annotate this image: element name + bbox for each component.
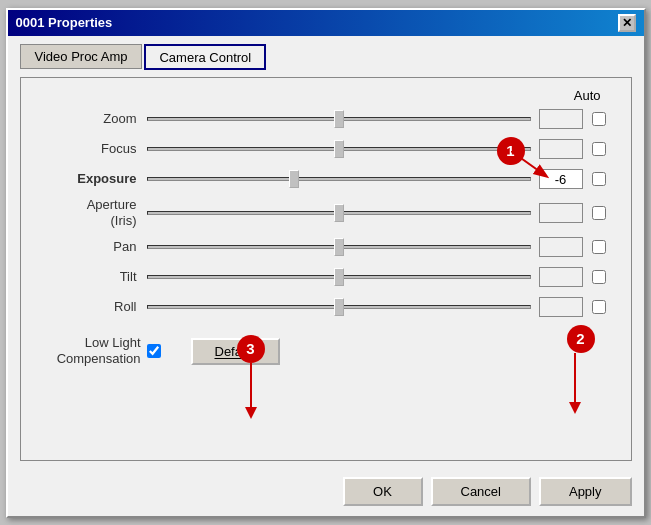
- aperture-row: Aperture(Iris): [37, 197, 615, 229]
- cancel-button[interactable]: Cancel: [431, 477, 531, 506]
- pan-auto-checkbox[interactable]: [592, 240, 606, 254]
- focus-row: Focus: [37, 137, 615, 161]
- focus-value: [539, 139, 583, 159]
- annotation-2-arrow: [557, 353, 637, 433]
- low-light-label: Low LightCompensation: [37, 335, 147, 369]
- default-button[interactable]: Default: [191, 338, 280, 365]
- apply-button[interactable]: Apply: [539, 477, 632, 506]
- tilt-slider-container: [147, 275, 531, 279]
- dialog-title: 0001 Properties: [16, 15, 113, 30]
- aperture-slider[interactable]: [147, 211, 531, 215]
- focus-slider-container: [147, 147, 531, 151]
- zoom-row: Zoom: [37, 107, 615, 131]
- auto-header: Auto: [37, 88, 615, 103]
- bottom-buttons: OK Cancel Apply: [8, 469, 644, 516]
- exposure-label: Exposure: [37, 171, 147, 186]
- exposure-auto-checkbox[interactable]: [592, 172, 606, 186]
- pan-auto: [583, 240, 615, 254]
- tab-video-proc-amp[interactable]: Video Proc Amp: [20, 44, 143, 69]
- pan-slider-container: [147, 245, 531, 249]
- roll-label: Roll: [37, 299, 147, 314]
- tilt-label: Tilt: [37, 269, 147, 284]
- exposure-value: -6: [539, 169, 583, 189]
- pan-label: Pan: [37, 239, 147, 254]
- close-button[interactable]: ✕: [618, 14, 636, 32]
- roll-auto: [583, 300, 615, 314]
- roll-slider-container: [147, 305, 531, 309]
- focus-slider[interactable]: [147, 147, 531, 151]
- annotation-3-arrow: [237, 363, 317, 433]
- tilt-slider[interactable]: [147, 275, 531, 279]
- tilt-auto: [583, 270, 615, 284]
- tab-bar: Video Proc Amp Camera Control: [20, 44, 632, 69]
- roll-auto-checkbox[interactable]: [592, 300, 606, 314]
- tilt-auto-checkbox[interactable]: [592, 270, 606, 284]
- aperture-auto: [583, 206, 615, 220]
- focus-label: Focus: [37, 141, 147, 156]
- low-light-checkbox[interactable]: [147, 344, 161, 358]
- pan-value: [539, 237, 583, 257]
- exposure-slider-container: [147, 177, 531, 181]
- aperture-value: [539, 203, 583, 223]
- zoom-slider-container: [147, 117, 531, 121]
- pan-slider[interactable]: [147, 245, 531, 249]
- exposure-auto: [583, 172, 615, 186]
- pan-row: Pan: [37, 235, 615, 259]
- zoom-auto-checkbox[interactable]: [592, 112, 606, 126]
- tab-camera-control[interactable]: Camera Control: [144, 44, 266, 70]
- tilt-value: [539, 267, 583, 287]
- exposure-row: Exposure -6 1: [37, 167, 615, 191]
- tilt-row: Tilt: [37, 265, 615, 289]
- focus-auto: [583, 142, 615, 156]
- tab-content: Auto Zoom Focus: [20, 77, 632, 461]
- title-bar: 0001 Properties ✕: [8, 10, 644, 36]
- annotation-2: 2: [567, 325, 595, 353]
- roll-row: Roll: [37, 295, 615, 319]
- dialog-content: Video Proc Amp Camera Control Auto Zoom …: [8, 36, 644, 469]
- aperture-auto-checkbox[interactable]: [592, 206, 606, 220]
- zoom-value: [539, 109, 583, 129]
- roll-slider[interactable]: [147, 305, 531, 309]
- zoom-slider[interactable]: [147, 117, 531, 121]
- aperture-slider-container: [147, 211, 531, 215]
- zoom-auto: [583, 112, 615, 126]
- ok-button[interactable]: OK: [343, 477, 423, 506]
- exposure-slider[interactable]: [147, 177, 531, 181]
- low-light-section: Low LightCompensation Default 3 2: [37, 335, 615, 369]
- focus-auto-checkbox[interactable]: [592, 142, 606, 156]
- zoom-label: Zoom: [37, 111, 147, 126]
- roll-value: [539, 297, 583, 317]
- aperture-label: Aperture(Iris): [37, 197, 147, 228]
- properties-dialog: 0001 Properties ✕ Video Proc Amp Camera …: [6, 8, 646, 518]
